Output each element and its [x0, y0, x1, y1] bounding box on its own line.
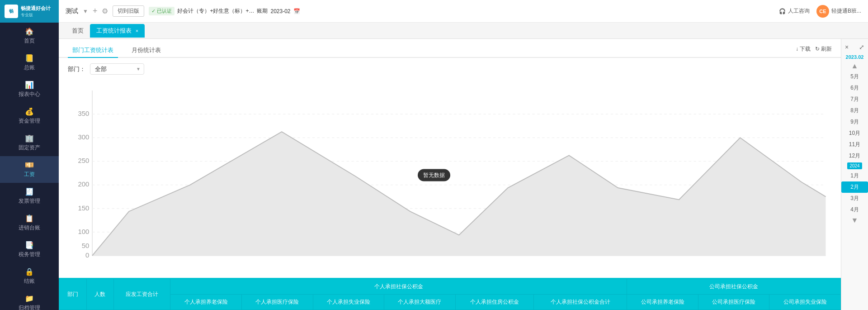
sidebar-item-sales[interactable]: 📋 进销台账 — [0, 210, 59, 236]
nav-up-icon[interactable]: ▲ — [850, 61, 859, 71]
calendar-icon[interactable]: 📅 — [293, 8, 300, 14]
sidebar-item-closing[interactable]: 🔒 结账 — [0, 263, 59, 290]
right-panel: × ⤢ 2023.02 ▲ 5月 6月 7月 8月 9月 10月 11月 12月… — [841, 39, 868, 310]
download-icon: ↓ — [796, 46, 798, 52]
logo-text: 畅捷通好会计 专业版 — [21, 5, 51, 18]
sidebar-item-ledger[interactable]: 📒 总账 — [0, 49, 59, 76]
sidebar-item-label: 发票管理 — [19, 197, 40, 205]
subtab-actions: ↓ 下载 ↻ 刷新 — [796, 45, 832, 56]
logo-icon: 畅 — [5, 5, 18, 18]
th-c-unemployment: 公司承担失业保险 — [769, 295, 841, 310]
reports-icon: 📊 — [25, 81, 34, 89]
tab-close-btn[interactable]: × — [136, 28, 138, 33]
month-7[interactable]: 7月 — [841, 94, 868, 105]
month-5[interactable]: 5月 — [841, 71, 868, 82]
filter-row: 部门： 全部 部门一 部门二 部门三 ▼ — [59, 58, 841, 80]
sidebar-item-funds[interactable]: 💰 资金管理 — [0, 103, 59, 129]
sidebar-item-label: 税务管理 — [19, 251, 40, 258]
month-6[interactable]: 6月 — [841, 82, 868, 94]
settings-button[interactable]: ⚙ — [102, 7, 108, 15]
sidebar: 畅 畅捷通好会计 专业版 🏠 首页 📒 总账 📊 报表中心 💰 资金管理 🏢 固… — [0, 0, 59, 310]
user-menu[interactable]: CE 轻捷通B班... — [816, 5, 861, 18]
subtabs: 部门工资统计表 月份统计表 ↓ 下载 ↻ 刷新 — [59, 39, 841, 58]
sidebar-item-reports[interactable]: 📊 报表中心 — [0, 76, 59, 103]
svg-text:100: 100 — [78, 228, 90, 235]
nav-down-icon[interactable]: ▼ — [850, 215, 859, 225]
logo-subtitle: 专业版 — [21, 12, 51, 18]
sales-icon: 📋 — [25, 214, 34, 223]
month-10[interactable]: 10月 — [841, 128, 868, 139]
svg-text:0: 0 — [85, 252, 89, 259]
sidebar-item-archive[interactable]: 📁 归档管理 — [0, 290, 59, 310]
th-p-pension: 个人承担养老保险 — [170, 295, 242, 310]
month-9[interactable]: 9月 — [841, 116, 868, 128]
closing-icon: 🔒 — [25, 267, 34, 276]
panel-close-icon[interactable]: × — [845, 43, 849, 51]
month-11[interactable]: 11月 — [841, 139, 868, 150]
month-4[interactable]: 4月 — [841, 204, 868, 215]
th-dept: 部门 — [59, 279, 87, 310]
assets-icon: 🏢 — [25, 134, 34, 143]
status-tags: 好会计（专）+好生意（标）+… — [177, 7, 254, 15]
dept-select[interactable]: 全部 部门一 部门二 部门三 — [90, 63, 144, 75]
panel-expand-icon[interactable]: ⤢ — [859, 43, 864, 51]
topbar-status: ✓ 已认证 好会计（专）+好生意（标）+… 账期 2023-02 📅 — [149, 7, 300, 15]
verified-badge: ✓ 已认证 — [149, 7, 175, 15]
month-12[interactable]: 12月 — [841, 150, 868, 162]
refresh-label: 刷新 — [821, 45, 832, 53]
subtab-dept[interactable]: 部门工资统计表 — [68, 43, 118, 58]
svg-text:350: 350 — [78, 110, 90, 117]
th-p-unemployment: 个人承担失业保险 — [313, 295, 384, 310]
content-area: 部门工资统计表 月份统计表 ↓ 下载 ↻ 刷新 — [59, 39, 868, 310]
logo-title: 畅捷通好会计 — [21, 5, 51, 12]
sidebar-item-assets[interactable]: 🏢 固定资产 — [0, 129, 59, 156]
month-1[interactable]: 1月 — [841, 170, 868, 181]
sidebar-item-invoice[interactable]: 🧾 发票管理 — [0, 183, 59, 210]
sidebar-logo: 畅 畅捷通好会计 专业版 — [0, 0, 59, 23]
refresh-btn[interactable]: ↻ 刷新 — [815, 45, 832, 53]
download-btn[interactable]: ↓ 下载 — [796, 45, 811, 53]
year-2024-badge: 2024 — [847, 162, 862, 169]
sidebar-item-tax[interactable]: 📑 税务管理 — [0, 236, 59, 263]
subtab-monthly[interactable]: 月份统计表 — [127, 43, 165, 58]
main-area: 测试 ▼ + ⚙ 切到旧版 ✓ 已认证 好会计（专）+好生意（标）+… 账期 2… — [59, 0, 868, 310]
funds-icon: 💰 — [25, 107, 34, 116]
sidebar-item-label: 报表中心 — [19, 91, 40, 98]
month-2[interactable]: 2月 — [841, 181, 868, 193]
sidebar-nav: 🏠 首页 📒 总账 📊 报表中心 💰 资金管理 🏢 固定资产 💴 工资 🧾 发票… — [0, 23, 59, 310]
topbar-right: 🎧 人工咨询 CE 轻捷通B班... — [779, 5, 861, 18]
sidebar-item-home[interactable]: 🏠 首页 — [0, 23, 59, 49]
subtab-dept-label: 部门工资统计表 — [72, 47, 113, 53]
sidebar-item-label: 首页 — [24, 37, 35, 45]
topbar: 测试 ▼ + ⚙ 切到旧版 ✓ 已认证 好会计（专）+好生意（标）+… 账期 2… — [59, 0, 868, 23]
month-3[interactable]: 3月 — [841, 193, 868, 204]
tab-home[interactable]: 首页 — [66, 24, 90, 38]
human-service-btn[interactable]: 🎧 人工咨询 — [779, 7, 810, 15]
switch-old-btn[interactable]: 切到旧版 — [113, 5, 144, 17]
th-count: 人数 — [86, 279, 114, 310]
svg-text:50: 50 — [82, 242, 90, 249]
download-label: 下载 — [800, 45, 811, 53]
avatar: CE — [816, 5, 829, 18]
sidebar-item-label: 进销台账 — [19, 224, 40, 232]
tab-salary-stats[interactable]: 工资统计报表 × — [90, 24, 145, 38]
user-name: 轻捷通B班... — [831, 7, 861, 15]
chart-svg: 350 300 250 200 150 100 50 0 — [68, 85, 832, 273]
sidebar-item-label: 固定资产 — [19, 144, 40, 152]
dropdown-arrow-icon[interactable]: ▼ — [83, 8, 88, 14]
sidebar-item-label: 总账 — [24, 64, 35, 72]
tax-icon: 📑 — [25, 241, 34, 249]
add-button[interactable]: + — [93, 6, 98, 16]
tabbar: 首页 工资统计报表 × — [59, 23, 868, 39]
chart-tooltip: 暂无数据 — [418, 169, 450, 181]
subtab-monthly-label: 月份统计表 — [132, 47, 161, 53]
svg-text:150: 150 — [78, 205, 90, 212]
month-8[interactable]: 8月 — [841, 105, 868, 116]
human-service-label: 人工咨询 — [788, 7, 810, 15]
sidebar-item-label: 资金管理 — [19, 117, 40, 125]
sidebar-item-salary[interactable]: 💴 工资 — [0, 156, 59, 183]
home-icon: 🏠 — [25, 27, 34, 36]
salary-table: 部门 人数 应发工资合计 个人承担社保公积金 公司承担社保公积金 个人承担养老保… — [59, 279, 841, 310]
tab-salary-label: 工资统计报表 — [96, 27, 132, 34]
bottom-table: 部门 人数 应发工资合计 个人承担社保公积金 公司承担社保公积金 个人承担养老保… — [59, 278, 841, 310]
